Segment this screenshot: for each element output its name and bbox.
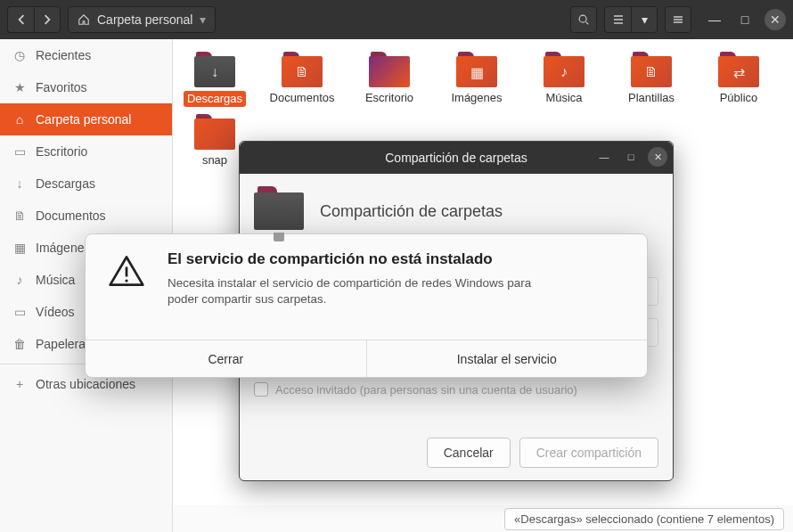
folder-icon: ↓ xyxy=(194,52,235,87)
video-icon: ▭ xyxy=(12,305,27,319)
alert-close-button[interactable]: Cerrar xyxy=(86,340,367,377)
folder-icon: ▦ xyxy=(456,52,497,87)
folder-icon: 🗎 xyxy=(631,52,672,87)
file-item-downloads[interactable]: ↓Descargas xyxy=(180,48,249,110)
path-label: Carpeta personal xyxy=(97,12,192,27)
music-icon: ♪ xyxy=(12,273,27,287)
alert-install-button[interactable]: Instalar el servicio xyxy=(367,340,648,377)
alert-title: El servicio de compartición no está inst… xyxy=(168,250,551,268)
path-bar[interactable]: Carpeta personal ▾ xyxy=(68,6,216,33)
dialog-maximize-button[interactable]: □ xyxy=(621,147,641,167)
sidebar-item-desktop[interactable]: ▭Escritorio xyxy=(0,135,172,168)
minimize-button[interactable]: — xyxy=(704,9,725,30)
plus-icon: + xyxy=(12,377,27,391)
file-item-documents[interactable]: 🗎Documentos xyxy=(267,48,337,110)
view-dropdown-button[interactable]: ▾ xyxy=(631,6,658,33)
window-controls: — □ ✕ xyxy=(704,9,786,30)
close-button[interactable]: ✕ xyxy=(764,9,786,30)
chevron-down-icon: ▾ xyxy=(200,12,206,27)
clock-icon: ◷ xyxy=(12,48,27,62)
star-icon: ★ xyxy=(12,80,27,94)
folder-icon: 🗎 xyxy=(282,52,323,87)
dialog-title: Compartición de carpetas xyxy=(385,151,527,165)
image-icon: ▦ xyxy=(12,241,27,255)
alert-dialog: El servicio de compartición no está inst… xyxy=(85,233,648,378)
share-folder-icon xyxy=(254,186,304,236)
sidebar-item-downloads[interactable]: ↓Descargas xyxy=(0,168,172,200)
maximize-button[interactable]: □ xyxy=(734,9,756,30)
statusbar: «Descargas» seleccionado (contiene 7 ele… xyxy=(173,505,793,532)
nav-buttons xyxy=(7,6,61,33)
forward-button[interactable] xyxy=(34,6,61,33)
file-item-public[interactable]: ⇄Público xyxy=(704,48,773,110)
home-icon: ⌂ xyxy=(12,112,27,127)
trash-icon: 🗑 xyxy=(12,337,27,351)
search-button[interactable] xyxy=(570,6,597,33)
folder-icon xyxy=(369,52,410,87)
folder-icon xyxy=(194,114,235,150)
dialog-minimize-button[interactable]: — xyxy=(594,147,614,167)
checkbox-icon xyxy=(254,382,268,397)
warning-icon xyxy=(105,250,148,293)
status-text: «Descargas» seleccionado (contiene 7 ele… xyxy=(504,508,784,530)
sidebar-item-home[interactable]: ⌂Carpeta personal xyxy=(0,103,172,135)
file-item-desktop[interactable]: Escritorio xyxy=(355,48,424,110)
file-item-templates[interactable]: 🗎Plantillas xyxy=(617,48,686,110)
cancel-button[interactable]: Cancelar xyxy=(427,438,511,468)
view-mode-group: ▾ xyxy=(604,6,658,33)
folder-icon: ♪ xyxy=(544,52,585,87)
document-icon: 🗎 xyxy=(12,209,27,223)
file-item-music[interactable]: ♪Música xyxy=(529,48,599,110)
headerbar: Carpeta personal ▾ ▾ — □ ✕ xyxy=(0,0,793,39)
home-icon xyxy=(78,13,90,26)
dialog-header: Compartición de carpetas — □ ✕ xyxy=(240,142,673,174)
back-button[interactable] xyxy=(7,6,34,33)
guest-access-row[interactable]: Acceso invitado (para personas sin una c… xyxy=(254,382,658,397)
download-icon: ↓ xyxy=(12,176,27,191)
sidebar-item-starred[interactable]: ★Favoritos xyxy=(0,71,172,103)
file-item-pictures[interactable]: ▦Imágenes xyxy=(442,48,511,110)
list-view-button[interactable] xyxy=(604,6,631,33)
sidebar-item-documents[interactable]: 🗎Documentos xyxy=(0,200,172,232)
desktop-icon: ▭ xyxy=(12,144,27,159)
sidebar-item-recent[interactable]: ◷Recientes xyxy=(0,39,172,71)
dialog-close-button[interactable]: ✕ xyxy=(648,147,667,167)
alert-message: Necesita instalar el servicio de compart… xyxy=(168,275,551,307)
hamburger-menu-button[interactable] xyxy=(665,6,691,33)
folder-icon: ⇄ xyxy=(718,52,759,87)
dialog-subtitle: Compartición de carpetas xyxy=(320,202,503,221)
create-share-button[interactable]: Crear compartición xyxy=(519,438,658,468)
svg-point-0 xyxy=(579,15,586,22)
svg-point-2 xyxy=(125,279,127,282)
